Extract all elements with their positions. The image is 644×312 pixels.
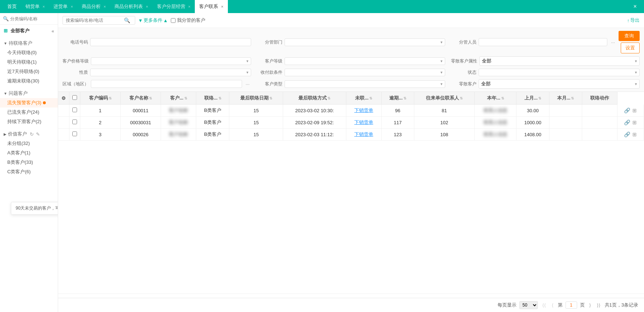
filter-select-dept[interactable]: ▾ bbox=[285, 39, 446, 46]
more-conditions-btn[interactable]: ▼ 更多条件 ▲ bbox=[138, 17, 168, 24]
th-settings[interactable]: ⚙ bbox=[58, 92, 69, 105]
sidebar-item-7days-pending[interactable]: 近7天待联络(0) bbox=[0, 67, 58, 76]
sort-overdue-icon[interactable]: ⇅ bbox=[403, 96, 406, 100]
cell-lastmethod-2[interactable]: 下销货单 bbox=[346, 129, 381, 141]
sidebar-item-ungrouped[interactable]: 未分组(32) bbox=[0, 139, 58, 148]
th-last-month[interactable]: 上月...⇅ bbox=[516, 92, 549, 105]
close-sales-icon[interactable]: × bbox=[43, 0, 45, 13]
th-type[interactable]: 客户...⇅ bbox=[161, 92, 196, 105]
sidebar-item-overdue-pending[interactable]: 逾期未联络(30) bbox=[0, 76, 58, 86]
row-checkbox-0[interactable] bbox=[72, 108, 77, 112]
sort-thisyear-icon[interactable]: ⇅ bbox=[501, 96, 504, 100]
row-checkbox-2[interactable] bbox=[72, 131, 77, 136]
sort-lastmethod-icon[interactable]: ⇅ bbox=[327, 96, 330, 100]
export-button[interactable]: ↑ 导出 bbox=[627, 17, 640, 24]
my-customers-checkbox[interactable]: 我分管的客户 bbox=[171, 17, 205, 24]
filter-select-customer-type[interactable]: ▾ bbox=[285, 80, 446, 88]
filter-input-person[interactable] bbox=[479, 38, 607, 46]
th-contact[interactable]: 联络...⇅ bbox=[196, 92, 229, 105]
tab-customer-tier[interactable]: 客户分层经营 × bbox=[153, 0, 195, 13]
cell-lastmethod-0[interactable]: 下销货单 bbox=[346, 105, 381, 117]
first-page-button[interactable]: ⟨⟨ bbox=[541, 302, 547, 309]
close-purchase-icon[interactable]: × bbox=[71, 0, 73, 13]
filter-select-price-grade[interactable]: ▾ bbox=[91, 57, 251, 65]
sort-lastdate-icon[interactable]: ⇅ bbox=[269, 96, 272, 100]
horizontal-scrollbar[interactable] bbox=[58, 293, 644, 298]
tab-customer-contact[interactable]: 客户联系 × bbox=[195, 0, 228, 13]
th-name[interactable]: 客户名称⇅ bbox=[120, 92, 161, 105]
query-button[interactable]: 查询 bbox=[619, 31, 640, 41]
sort-code-icon[interactable]: ⇅ bbox=[109, 96, 112, 100]
cell-checkbox-1[interactable] bbox=[69, 117, 80, 129]
filter-select-status[interactable]: ▾ bbox=[479, 69, 640, 76]
sidebar-item-tomorrow-pending[interactable]: 明天待联络(1) bbox=[0, 57, 58, 67]
sort-contact-icon[interactable]: ⇅ bbox=[218, 96, 221, 100]
action-link-icon-0[interactable]: 🔗 bbox=[624, 108, 630, 113]
filter-select-payment[interactable]: ▾ bbox=[285, 69, 446, 76]
cell-checkbox-0[interactable] bbox=[69, 105, 80, 117]
my-customers-check[interactable] bbox=[171, 18, 176, 23]
close-goods-list-icon[interactable]: × bbox=[146, 0, 148, 13]
sidebar-section-pending-title[interactable]: ▼ 待联络客户 bbox=[0, 39, 58, 48]
th-this-month[interactable]: 本月...⇅ bbox=[549, 92, 582, 105]
sidebar-search-bar[interactable]: 🔍 bbox=[0, 13, 58, 25]
settings-button[interactable]: 设置 bbox=[621, 42, 640, 53]
th-uncontact[interactable]: 未联...⇅ bbox=[346, 92, 381, 105]
filter-select-nature[interactable]: ▾ bbox=[90, 69, 251, 76]
filter-select-sparse-customer[interactable]: 全部 ▾ bbox=[479, 79, 640, 89]
sidebar-section-problem-title[interactable]: ▼ 问题客户 bbox=[0, 89, 58, 98]
sort-name-icon[interactable]: ⇅ bbox=[149, 96, 152, 100]
refresh-icon[interactable]: ↻ bbox=[30, 131, 34, 137]
sidebar-item-class-b[interactable]: B类客户(33) bbox=[0, 158, 58, 167]
sort-lastmonth-icon[interactable]: ⇅ bbox=[538, 96, 541, 100]
cell-checkbox-2[interactable] bbox=[69, 129, 80, 141]
action-link-icon-2[interactable]: 🔗 bbox=[624, 131, 630, 137]
tab-purchase[interactable]: 进货单 × bbox=[49, 0, 77, 13]
page-number-input[interactable]: 1 bbox=[565, 301, 577, 309]
sidebar-item-churned[interactable]: 已流失客户(24) bbox=[0, 108, 58, 117]
sort-uncontact-icon[interactable]: ⇅ bbox=[369, 96, 372, 100]
th-this-year[interactable]: 本年...⇅ bbox=[474, 92, 516, 105]
filter-input-region[interactable] bbox=[91, 80, 242, 88]
next-page-button[interactable]: ⟩ bbox=[588, 302, 592, 309]
sort-person-icon[interactable]: ⇅ bbox=[460, 96, 463, 100]
th-person[interactable]: 往来单位联系人⇅ bbox=[414, 92, 474, 105]
sidebar-item-today-pending[interactable]: 今天待联络(0) bbox=[0, 48, 58, 57]
last-page-button[interactable]: ⟩⟩ bbox=[595, 302, 602, 309]
tab-home[interactable]: 首页 bbox=[3, 0, 21, 13]
window-close-button[interactable]: × bbox=[629, 3, 641, 10]
action-more-icon-1[interactable]: ⊞ bbox=[632, 119, 637, 125]
filter-select-sparse-attr[interactable]: 全部 ▾ bbox=[479, 56, 640, 66]
close-customer-contact-icon[interactable]: × bbox=[221, 0, 223, 13]
filter-dots-person[interactable]: ··· bbox=[609, 40, 616, 45]
filter-input-phone[interactable] bbox=[90, 38, 251, 46]
th-last-method[interactable]: 最后联络方式⇅ bbox=[283, 92, 346, 105]
th-last-date[interactable]: 最后联络日期⇅ bbox=[229, 92, 283, 105]
filter-search-box[interactable]: 🔍 bbox=[63, 16, 135, 25]
th-code[interactable]: 客户编码⇅ bbox=[80, 92, 120, 105]
filter-select-customer-grade[interactable]: ▾ bbox=[285, 57, 446, 65]
action-more-icon-2[interactable]: ⊞ bbox=[632, 131, 637, 137]
sidebar-section-value-title[interactable]: ▶ 价值客户 ↻ ✎ bbox=[0, 129, 58, 139]
sidebar-collapse-icon[interactable]: « bbox=[52, 28, 54, 34]
tab-goods-analysis[interactable]: 商品分析 × bbox=[77, 0, 110, 13]
th-overdue[interactable]: 逾期...⇅ bbox=[381, 92, 414, 105]
close-customer-tier-icon[interactable]: × bbox=[188, 0, 190, 13]
sidebar-item-churn-warning[interactable]: 流失预警客户(3) bbox=[0, 98, 58, 108]
action-link-icon-1[interactable]: 🔗 bbox=[624, 119, 630, 125]
action-more-icon-0[interactable]: ⊞ bbox=[632, 108, 637, 113]
sort-type-icon[interactable]: ⇅ bbox=[184, 96, 187, 100]
row-checkbox-1[interactable] bbox=[72, 119, 77, 124]
page-size-select[interactable]: 50 100 200 bbox=[519, 301, 538, 309]
sort-thismonth-icon[interactable]: ⇅ bbox=[571, 96, 574, 100]
sidebar-item-class-c[interactable]: C类客户(6) bbox=[0, 167, 58, 177]
edit-icon[interactable]: ✎ bbox=[36, 131, 40, 137]
sidebar-item-class-a[interactable]: A类客户(1) bbox=[0, 148, 58, 158]
close-goods-analysis-icon[interactable]: × bbox=[104, 0, 106, 13]
sidebar-item-declining[interactable]: 持续下滑客户(2) bbox=[0, 117, 58, 126]
search-icon[interactable]: 🔍 bbox=[124, 17, 130, 23]
th-checkbox[interactable] bbox=[69, 92, 80, 105]
search-input[interactable] bbox=[66, 18, 124, 23]
sidebar-all-customers[interactable]: ⊞ 全部客户 « bbox=[0, 25, 58, 37]
select-all-checkbox[interactable] bbox=[72, 95, 77, 100]
